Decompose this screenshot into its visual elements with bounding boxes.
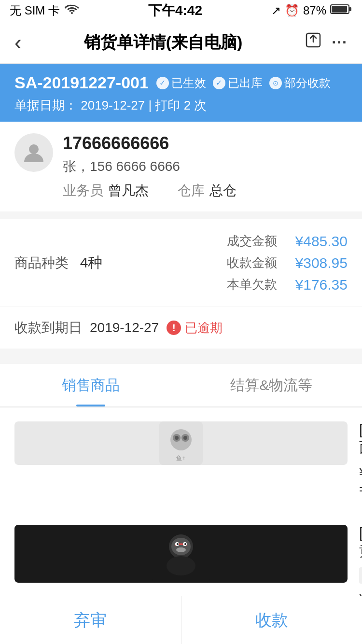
status-time: 下午4:42 [148,1,202,20]
amount-received-value: ¥308.95 [285,255,348,271]
category-info: 商品种类 4种 [14,253,102,273]
product-name-2: [000400001]黄油曲奇 [359,525,362,561]
svg-point-11 [175,443,187,450]
list-item: 鱼+ [0000002]面包 ¥40 x 5 袋 = ¥199.99 [0,408,362,511]
avatar [14,133,53,172]
badge-partial-text: 部分收款 [284,75,331,91]
amount-received-line: 收款金额 ¥308.95 [227,254,348,271]
amount-total-value: ¥485.30 [285,233,348,250]
salesperson-item: 业务员 曾凡杰 [63,182,149,200]
battery-text: 87% [303,4,326,17]
category-label: 商品种类 [14,255,69,270]
amount-received-label: 收款金额 [227,254,277,271]
due-date-value: 2019-12-27 [90,320,159,336]
svg-point-4 [29,144,39,154]
svg-rect-1 [349,7,351,11]
svg-point-10 [183,436,187,440]
warehouse-label: 仓库 [178,182,205,200]
back-button[interactable]: ‹ [14,30,22,55]
warehouse-item: 仓库 总仓 [178,182,237,200]
check-icon-2: ✓ [213,77,225,89]
tabs-row: 销售商品 结算&物流等 [0,364,362,406]
nav-right: ··· [305,31,348,53]
tab-sales-products-label: 销售商品 [62,376,120,395]
more-icon[interactable]: ··· [332,33,348,51]
check-icon-1: ✓ [156,77,169,89]
amount-total-line: 成交金额 ¥485.30 [227,233,348,250]
unit-price-1: ¥40 [359,465,362,480]
svg-point-21 [176,547,186,552]
customer-section: 17666666666 张，156 6666 6666 业务员 曾凡杰 仓库 总… [0,122,362,211]
wifi-icon [65,4,79,17]
confirm-label: 收款 [255,609,288,631]
equals-1: = [359,482,362,497]
svg-rect-2 [332,6,347,13]
status-left: 无 SIM 卡 [10,3,79,18]
badge-partial: ⊙ 部分收款 [269,75,331,91]
customer-info: 17666666666 张，156 6666 6666 业务员 曾凡杰 仓库 总… [63,133,348,200]
tab-settlement[interactable]: 结算&物流等 [181,364,362,406]
confirm-button[interactable]: 收款 [181,596,362,644]
overdue-icon: ! [167,321,181,335]
nav-left: ‹ [14,30,22,55]
overdue-badge: ! 已逾期 [167,320,223,336]
salesperson-label: 业务员 [63,182,103,200]
svg-text:鱼+: 鱼+ [176,455,185,462]
order-date: 2019-12-27 [81,98,145,112]
cancel-label: 弃审 [74,609,107,631]
badge-shipped: ✓ 已出库 [213,75,263,91]
amount-due-value: ¥176.35 [285,277,348,293]
amount-due-label: 本单欠款 [227,276,277,293]
carrier-text: 无 SIM 卡 [10,3,60,18]
status-badges: ✓ 已生效 ✓ 已出库 ⊙ 部分收款 [156,75,331,91]
share-icon[interactable] [305,31,322,53]
divider-2 [0,349,362,356]
svg-point-20 [184,543,186,545]
alarm-icon: ⏰ [285,4,299,17]
badge-effective-text: 已生效 [171,75,206,91]
cancel-button[interactable]: 弃审 [0,596,181,644]
product-info-1: [0000002]面包 ¥40 x 5 袋 = ¥199.99 [359,421,362,497]
location-icon: ↗ [271,4,281,17]
amounts-right: 成交金额 ¥485.30 收款金额 ¥308.95 本单欠款 ¥176.35 [227,233,348,293]
product-sku-badge: 534532 [359,567,362,584]
svg-point-9 [175,436,179,440]
page-title: 销货单详情(来自电脑) [84,31,243,54]
badge-effective: ✓ 已生效 [156,75,206,91]
product-price-1: ¥40 x 5 袋 = ¥199.99 [359,463,362,497]
order-id: SA-20191227-001 [14,73,149,92]
tabs-section: 销售商品 结算&物流等 [0,364,362,407]
customer-name-phone: 张，156 6666 6666 [63,157,348,176]
bottom-bar: 弃审 收款 [0,596,362,644]
date-label: 单据日期： [14,98,77,112]
due-date-section: 收款到期日 2019-12-27 ! 已逾期 [0,307,362,349]
clock-icon: ⊙ [269,77,282,89]
product-thumbnail-1: 鱼+ [14,421,348,465]
amount-total-label: 成交金额 [227,233,277,250]
print-info: | 打印 2 次 [148,98,207,112]
status-bar: 无 SIM 卡 下午4:42 ↗ ⏰ 87% [0,0,362,21]
badge-shipped-text: 已出库 [228,75,263,91]
battery-icon [330,3,352,18]
tab-sales-products[interactable]: 销售商品 [0,364,181,406]
svg-point-16 [171,538,191,555]
nav-bar: ‹ 销货单详情(来自电脑) ··· [0,21,362,64]
customer-meta: 业务员 曾凡杰 仓库 总仓 [63,182,348,200]
salesperson-value: 曾凡杰 [108,182,149,200]
category-count: 4种 [80,254,103,270]
amount-due-line: 本单欠款 ¥176.35 [227,276,348,293]
product-thumbnail-2 [14,525,348,583]
tab-underline [76,405,105,406]
due-date-label: 收款到期日 [14,319,82,337]
order-date-info: 单据日期： 2019-12-27 | 打印 2 次 [14,97,348,114]
status-right: ↗ ⏰ 87% [271,3,352,18]
customer-id: 17666666666 [63,133,348,154]
warehouse-value: 总仓 [209,182,237,200]
amounts-section: 商品种类 4种 成交金额 ¥485.30 收款金额 ¥308.95 本单欠款 ¥… [0,219,362,307]
tab-settlement-label: 结算&物流等 [230,376,312,395]
overdue-text: 已逾期 [185,320,223,336]
order-header-banner: SA-20191227-001 ✓ 已生效 ✓ 已出库 ⊙ 部分收款 单据日期：… [0,64,362,122]
product-name-1: [0000002]面包 [359,421,362,458]
svg-point-15 [167,556,195,575]
divider-1 [0,211,362,219]
